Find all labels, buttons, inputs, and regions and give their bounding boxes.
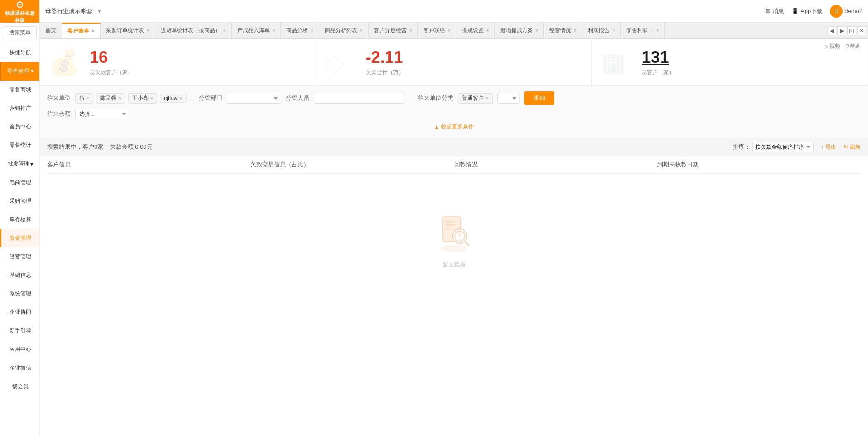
sidebar-item-wechat[interactable]: 企业微信	[0, 359, 39, 377]
app-logo[interactable]: ⊙ 畅捷通好生意 标版	[0, 0, 39, 23]
help-link[interactable]: ? 帮助	[846, 43, 861, 50]
empty-state: 暂无数据	[47, 174, 861, 305]
tab-close-improve-settings[interactable]: ×	[486, 28, 489, 33]
tab-operations-status[interactable]: 经营情况 ×	[544, 23, 582, 39]
tab-new-achieve[interactable]: 新增提成方案 ×	[495, 23, 544, 39]
filter-row-1: 往来单位 伍 × 陈民强 × 王小亮 ×	[47, 91, 861, 105]
sidebar-item-purchase[interactable]: 采购管理	[0, 192, 39, 210]
sidebar-item-basic-info[interactable]: 基础信息	[0, 266, 39, 285]
tab-retail-profit[interactable]: 零售利润（ ×	[621, 23, 665, 39]
filter-tag-chen-close[interactable]: ×	[118, 95, 121, 101]
topbar: 母婴行业演示帐套 ▾ ✉ 消息 📱 App下载 D demo2	[40, 0, 868, 23]
tab-close-new-achieve[interactable]: ×	[536, 28, 538, 33]
tab-close-all-button[interactable]: ✕	[857, 26, 866, 35]
tab-customer-connect[interactable]: 客户联络 ×	[418, 23, 456, 39]
tab-close-profit-report[interactable]: ×	[612, 28, 615, 33]
messages-button[interactable]: ✉ 消息	[766, 7, 784, 15]
query-button[interactable]: 查询	[524, 91, 554, 105]
filter-tag-normal-close[interactable]: ×	[485, 95, 488, 101]
filter-person-input[interactable]	[314, 93, 404, 104]
refresh-button[interactable]: ↻ 刷新	[844, 143, 861, 151]
result-info: 搜索结果中，客户0家 欠款金额 0.00元	[47, 143, 153, 151]
tab-close-operations-status[interactable]: ×	[574, 28, 576, 33]
sidebar-item-inventory[interactable]: 库存核算	[0, 210, 39, 229]
tab-close-purchase-order[interactable]: ×	[147, 28, 149, 33]
sidebar-item-retail-mall[interactable]: 零售商城	[0, 81, 39, 99]
svg-point-8	[458, 233, 461, 237]
tab-close-production[interactable]: ×	[273, 28, 275, 33]
sidebar-item-member[interactable]: 会员中心	[0, 118, 39, 136]
tab-inbound-stats[interactable]: 进货单统计表（按商品） ×	[155, 23, 232, 39]
tab-close-customer-segment[interactable]: ×	[409, 28, 412, 33]
tab-product-analysis[interactable]: 商品分析 ×	[281, 23, 319, 39]
filter-more-tags[interactable]: ...	[189, 95, 194, 102]
collapse-filter-button[interactable]: ▲ 收起更多条件	[434, 123, 474, 131]
phone-icon: 📱	[791, 8, 799, 14]
sidebar-item-new-guide[interactable]: 新手引导	[0, 322, 39, 340]
sidebar-item-retail-mgmt[interactable]: 零售管理 ▾	[0, 62, 39, 81]
filter-balance-select[interactable]: 选择...	[75, 109, 129, 119]
sidebar-item-system[interactable]: 系统管理	[0, 285, 39, 303]
chevron-down-icon[interactable]: ▾	[98, 8, 101, 14]
filter-tag-normal-customer: 普通客户 ×	[458, 93, 492, 104]
tab-customer-segment[interactable]: 客户分层经营 ×	[369, 23, 418, 39]
tab-close-inbound-stats[interactable]: ×	[223, 28, 226, 33]
message-icon: ✉	[766, 8, 771, 14]
tab-close-customer-account[interactable]: ×	[92, 28, 95, 33]
tab-product-analysis-list[interactable]: 商品分析列表 ×	[319, 23, 369, 39]
sort-select[interactable]: 按欠款金额倒序排序	[752, 142, 814, 152]
filter-tag-cjttcw-close[interactable]: ×	[179, 95, 182, 101]
filter-category-select[interactable]	[497, 93, 520, 104]
col-due-date: 到期未收款日期	[657, 161, 861, 169]
tab-purchase-order[interactable]: 采购订单统计表 ×	[101, 23, 155, 39]
empty-icon	[432, 210, 477, 255]
tab-close-product-analysis[interactable]: ×	[311, 28, 313, 33]
empty-text: 暂无数据	[442, 261, 466, 269]
sidebar-item-wholesale[interactable]: 批发管理 ▾	[0, 155, 39, 173]
stat-total-customers-value: 131	[642, 48, 854, 67]
user-avatar-area[interactable]: D demo2	[830, 5, 863, 18]
svg-point-0	[441, 245, 468, 252]
tab-close-product-analysis-list[interactable]: ×	[360, 28, 363, 33]
filter-dept-select[interactable]	[227, 93, 281, 104]
filter-tag-wu-close[interactable]: ×	[86, 95, 89, 101]
result-sort-area: 排序： 按欠款金额倒序排序	[733, 142, 814, 152]
video-icon: ▷	[825, 43, 829, 50]
tab-improve-settings[interactable]: 提成设置 ×	[456, 23, 495, 39]
sidebar-item-quick-nav[interactable]: 快捷导航	[0, 43, 39, 62]
tab-customer-account[interactable]: 客户账本 ×	[62, 23, 101, 39]
video-link[interactable]: ▷ 视频	[825, 43, 840, 50]
tab-close-customer-connect[interactable]: ×	[448, 28, 451, 33]
search-menu-button[interactable]: 搜索菜单	[3, 26, 37, 39]
sidebar-item-ecommerce[interactable]: 电商管理	[0, 173, 39, 192]
filter-person-label: 分管人员	[286, 94, 309, 102]
tab-maximize-button[interactable]: ⊡	[847, 26, 856, 35]
tab-close-retail-profit[interactable]: ×	[656, 28, 659, 33]
avatar: D	[830, 5, 843, 18]
tab-next-button[interactable]: ▶	[837, 26, 846, 35]
sidebar-item-marketing[interactable]: 营销推广	[0, 99, 39, 118]
filter-person-more[interactable]: ...	[409, 95, 414, 102]
filter-category-label: 往来单位分类	[418, 94, 453, 102]
svg-rect-2	[445, 221, 454, 223]
sidebar-item-operations[interactable]: 经营管理	[0, 247, 39, 266]
sidebar-item-enterprise[interactable]: 企业协同	[0, 303, 39, 322]
filter-tags-area: 伍 × 陈民强 × 王小亮 × cjttcw ×	[75, 93, 194, 104]
table-header: 客户信息 欠款交易信息（占比） 回款情况 到期未收款日期	[47, 156, 861, 174]
tab-home[interactable]: 首页	[40, 23, 62, 39]
export-icon: ↑	[821, 144, 824, 150]
filter-tag-wang-close[interactable]: ×	[150, 95, 153, 101]
filter-tag-chen: 陈民强 ×	[96, 93, 125, 104]
sidebar-item-member2[interactable]: 畅会员	[0, 377, 39, 396]
app-download-button[interactable]: 📱 App下载	[791, 7, 823, 15]
stat-debt-customers-value: 16	[90, 48, 302, 67]
tab-profit-report[interactable]: 利润报告 ×	[582, 23, 621, 39]
tab-prev-button[interactable]: ◀	[827, 26, 836, 35]
tab-production[interactable]: 产成品入库单 ×	[232, 23, 281, 39]
sidebar-item-app-center[interactable]: 应用中心	[0, 340, 39, 359]
sidebar-item-finance[interactable]: 资金管理	[0, 229, 39, 247]
page-content: 💰 16 总欠款客户（家） ◇ -2.11 欠款合计（万） 🏢	[40, 39, 868, 437]
refresh-icon: ↻	[844, 144, 848, 150]
export-button[interactable]: ↑ 导出	[821, 143, 836, 151]
sidebar-item-retail-stats[interactable]: 零售统计	[0, 136, 39, 155]
